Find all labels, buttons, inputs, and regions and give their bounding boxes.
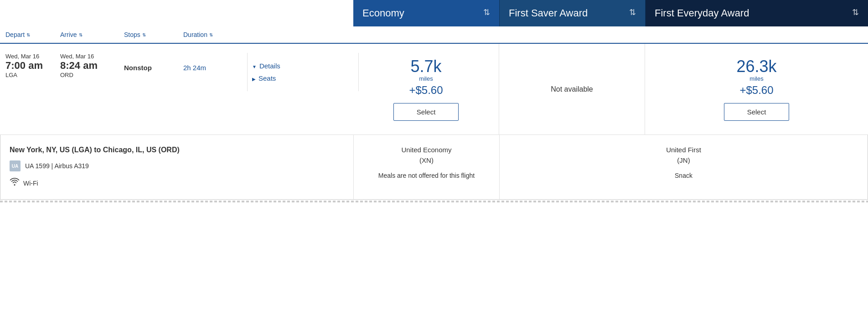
details-center: United Economy (XN) Meals are not offere… xyxy=(354,135,500,199)
arrive-column-header[interactable]: Arrive ⇅ xyxy=(55,26,119,43)
first-saver-title: First Saver Award xyxy=(509,7,588,19)
first-everyday-sort-icon[interactable]: ⇅ xyxy=(852,7,859,17)
duration-sort-arrows: ⇅ xyxy=(209,32,213,37)
flight-number: UA 1599 | Airbus A319 xyxy=(25,162,89,170)
depart-label: Depart xyxy=(5,31,25,38)
flight-duration: 2h 24m xyxy=(183,53,247,72)
flight-depart: Wed, Mar 16 7:00 am LGA xyxy=(5,53,60,78)
depart-time: 7:00 am xyxy=(5,60,60,72)
main-container: Economy ⇅ First Saver Award ⇅ First Ever… xyxy=(0,0,868,202)
duration-label: Duration xyxy=(183,31,207,38)
first-meal-info: Snack xyxy=(509,171,858,181)
details-left: New York, NY, US (LGA) to Chicago, IL, U… xyxy=(0,135,354,199)
aircraft-type: Airbus A319 xyxy=(54,162,89,170)
economy-cabin-code: (XN) xyxy=(363,156,490,164)
economy-sort-icon[interactable]: ⇅ xyxy=(483,7,490,17)
arrive-date: Wed, Mar 16 xyxy=(60,53,124,60)
arrive-time: 8:24 am xyxy=(60,60,124,72)
flight-arrive: Wed, Mar 16 8:24 am ORD xyxy=(60,53,124,78)
economy-meal-info: Meals are not offered for this flight xyxy=(363,171,490,181)
economy-select-button[interactable]: Select xyxy=(393,103,459,121)
seats-label: Seats xyxy=(258,74,276,82)
first-everyday-title: First Everyday Award xyxy=(655,7,749,19)
header-left-spacer xyxy=(0,0,353,26)
flight-actions: Details Seats xyxy=(247,53,359,91)
first-saver-fare: Not available xyxy=(499,44,645,134)
wifi-label: Wi-Fi xyxy=(23,180,38,187)
bottom-border xyxy=(0,201,868,202)
first-cabin-name: United First xyxy=(509,146,858,154)
arrive-sort-arrows: ⇅ xyxy=(79,32,83,37)
first-everyday-fare: 26.3k miles +$5.60 Select xyxy=(645,44,868,134)
depart-airport: LGA xyxy=(5,72,60,78)
depart-column-header[interactable]: Depart ⇅ xyxy=(0,26,55,43)
wifi-row: Wi-Fi xyxy=(10,178,344,188)
col-spacer xyxy=(242,26,868,43)
header-economy: Economy ⇅ xyxy=(353,0,499,26)
depart-sort-arrows: ⇅ xyxy=(26,32,30,37)
flight-info: Wed, Mar 16 7:00 am LGA Wed, Mar 16 8:24… xyxy=(0,44,353,134)
stops-column-header[interactable]: Stops ⇅ xyxy=(119,26,178,43)
everyday-select-button[interactable]: Select xyxy=(724,103,790,121)
flight-details-info: UA UA 1599 | Airbus A319 xyxy=(10,160,344,171)
saver-not-available: Not available xyxy=(551,85,593,93)
economy-fare: 5.7k miles +$5.60 Select xyxy=(353,44,499,134)
column-headers-row: Depart ⇅ Arrive ⇅ Stops ⇅ Duration ⇅ xyxy=(0,26,868,44)
economy-miles-label: miles xyxy=(419,75,433,82)
economy-miles: 5.7k xyxy=(410,57,441,76)
flight-number-value: UA 1599 xyxy=(25,162,50,170)
everyday-miles-label: miles xyxy=(749,75,763,82)
details-right: United First (JN) Snack xyxy=(500,135,868,199)
header-first-saver: First Saver Award ⇅ xyxy=(499,0,645,26)
details-panel: New York, NY, US (LGA) to Chicago, IL, U… xyxy=(0,135,868,200)
wifi-icon xyxy=(10,178,20,188)
duration-column-header[interactable]: Duration ⇅ xyxy=(178,26,242,43)
flight-row: Wed, Mar 16 7:00 am LGA Wed, Mar 16 8:24… xyxy=(0,44,868,135)
seats-button[interactable]: Seats xyxy=(252,74,354,82)
route-label: New York, NY, US (LGA) to Chicago, IL, U… xyxy=(10,146,344,154)
stops-sort-arrows: ⇅ xyxy=(142,32,146,37)
details-label: Details xyxy=(259,62,280,70)
seats-triangle-icon xyxy=(252,74,256,82)
first-saver-sort-icon[interactable]: ⇅ xyxy=(629,7,636,17)
depart-date: Wed, Mar 16 xyxy=(5,53,60,60)
first-cabin-code: (JN) xyxy=(509,156,858,164)
stops-label: Stops xyxy=(124,31,140,38)
airline-icon: UA xyxy=(10,160,21,171)
economy-cabin-name: United Economy xyxy=(363,146,490,154)
everyday-miles: 26.3k xyxy=(736,57,776,76)
header-row: Economy ⇅ First Saver Award ⇅ First Ever… xyxy=(0,0,868,26)
everyday-cash: +$5.60 xyxy=(739,84,773,97)
details-button[interactable]: Details xyxy=(252,62,354,70)
details-triangle-icon xyxy=(252,62,257,70)
header-first-everyday: First Everyday Award ⇅ xyxy=(645,0,868,26)
economy-cash: +$5.60 xyxy=(409,84,443,97)
flight-stops: Nonstop xyxy=(124,53,183,72)
arrive-airport: ORD xyxy=(60,72,124,78)
arrive-label: Arrive xyxy=(60,31,77,38)
economy-title: Economy xyxy=(362,7,404,19)
